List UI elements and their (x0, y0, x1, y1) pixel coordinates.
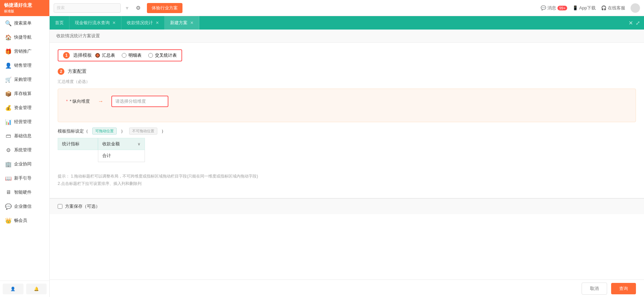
sidebar-item-label: 销售管理 (14, 62, 32, 68)
section-body: 1 选择模板 汇总表 明细表 (50, 43, 644, 198)
app-icon: 📱 (573, 5, 578, 10)
logo-name: 畅捷通好生意 (4, 2, 32, 8)
sidebar-bottom-btn1[interactable]: 👤 (3, 284, 23, 294)
tab-new-plan-close-icon[interactable]: ✕ (190, 20, 194, 25)
sidebar-item-label: 营销推广 (14, 48, 32, 54)
sidebar-item-wechat[interactable]: 💬 企业微信 (0, 199, 49, 213)
logo-sub: 标准版 (4, 9, 32, 14)
metrics-grid: 统计指标 收款金额 ∨ 合计 (58, 138, 636, 162)
radio-summary-input[interactable] (95, 53, 100, 58)
dimension-select[interactable]: 请选择分组维度 (111, 96, 168, 107)
radio-cross[interactable]: 交叉统计表 (148, 52, 177, 58)
page-content: 收款情况统计方案设置 1 选择模板 汇总表 (50, 30, 644, 280)
sidebar-item-operation[interactable]: 📊 经营管理 (0, 115, 49, 129)
tab-new-plan[interactable]: 新建方案 ✕ (165, 16, 199, 30)
tab-receivable[interactable]: 收款情况统计 ✕ (121, 16, 165, 30)
sidebar-item-guide[interactable]: 📖 新手引导 (0, 171, 49, 185)
box-icon: 📦 (5, 91, 11, 97)
tab-receivable-close-icon[interactable]: ✕ (156, 20, 159, 25)
sidebar-bottom-btn2[interactable]: 🔔 (26, 284, 47, 294)
sidebar-item-label: 基础信息 (14, 133, 32, 139)
radio-summary-label: 汇总表 (102, 52, 115, 58)
sidebar-item-base[interactable]: 🗃 基础信息 (0, 129, 49, 143)
search-placeholder: 搜索 (57, 5, 65, 11)
sidebar-item-label: 畅会员 (14, 217, 27, 224)
content-area: 收款情况统计方案设置 1 选择模板 汇总表 (50, 30, 644, 280)
sidebar-item-label: 企业微信 (14, 203, 32, 209)
sidebar-item-label: 搜索菜单 (14, 20, 32, 26)
avatar[interactable] (631, 3, 640, 13)
sidebar-item-member[interactable]: 👑 畅会员 (0, 213, 49, 228)
metrics-title: 模板指标设定（ (58, 128, 88, 134)
trial-button[interactable]: 体验行业方案 (147, 3, 182, 13)
step2-title: 方案配置 (68, 68, 87, 75)
bottom-save-row: 方案保存（可选） (50, 198, 644, 214)
radio-detail-input[interactable] (122, 53, 126, 58)
sidebar-item-hardware[interactable]: 🖥 智能硬件 (0, 185, 49, 199)
cancel-button[interactable]: 取消 (582, 283, 607, 295)
dimension-placeholder: 请选择分组维度 (115, 98, 146, 104)
file-icon: 🗃 (5, 133, 11, 139)
sidebar-item-system[interactable]: ⚙ 系统管理 (0, 143, 49, 157)
tab-home-label: 首页 (55, 20, 64, 26)
metrics-section: 模板指标设定（ 可拖动位置 ） 不可拖动位置 ） 统计指标 (58, 128, 636, 162)
radio-summary[interactable]: 汇总表 (95, 52, 115, 58)
radio-cross-label: 交叉统计表 (155, 52, 177, 58)
dim-arrow-icon: → (98, 98, 103, 104)
app-label: App下载 (579, 5, 596, 11)
radio-detail[interactable]: 明细表 (122, 52, 142, 58)
step1-badge: 1 (63, 52, 70, 59)
non-draggable-tag: 不可拖动位置 (129, 128, 157, 135)
hint-line-2: 2.点击标题栏下拉可设置排序、插入列和删除列 (58, 180, 636, 188)
sidebar-item-finance[interactable]: 💰 资金管理 (0, 101, 49, 115)
sidebar-item-label: 系统管理 (14, 147, 32, 153)
search-icon: 🔍 (5, 20, 11, 26)
step2-section: 2 方案配置 汇总维度（必选） * * 纵向维度 (58, 68, 636, 191)
chat-icon: 💬 (5, 203, 11, 209)
chart-icon: 📊 (5, 119, 11, 125)
hint-line-1: 提示： 1.拖动标题栏可以调整布局，不可跨维度或指标区域拖动栏目字段(只能在同一… (58, 173, 636, 180)
tab-bank[interactable]: 现金银行流水查询 ✕ (69, 16, 121, 30)
sidebar-item-quicknav[interactable]: 🏠 快捷导航 (0, 30, 49, 44)
monitor-icon: 🖥 (5, 189, 11, 195)
non-draggable-suffix: ） (161, 128, 166, 134)
query-button[interactable]: 查询 (611, 283, 636, 294)
message-btn[interactable]: 💬 消息 99+ (541, 5, 567, 11)
sidebar: 畅捷通好生意 标准版 🔍 搜索菜单 🏠 快捷导航 🎁 营销推广 👤 销售管理 🛒… (0, 0, 50, 297)
metrics-category-label: 统计指标 (62, 141, 79, 147)
search-bar[interactable]: 搜索 (54, 3, 121, 13)
sidebar-item-inventory[interactable]: 📦 库存核算 (0, 87, 49, 101)
dimension-area: * * 纵向维度 → 请选择分组维度 (58, 89, 636, 122)
sidebar-item-marketing[interactable]: 🎁 营销推广 (0, 44, 49, 58)
chevron-down-icon[interactable]: ∨ (138, 142, 141, 146)
radio-detail-label: 明细表 (128, 52, 142, 58)
save-checkbox[interactable] (58, 204, 62, 209)
sidebar-item-purchase[interactable]: 🛒 采购管理 (0, 72, 49, 87)
message-badge: 99+ (557, 6, 567, 10)
sidebar-item-search[interactable]: 🔍 搜索菜单 (0, 16, 49, 30)
message-icon: 💬 (541, 5, 546, 10)
tab-expand-icon[interactable]: ⤢ (636, 20, 640, 26)
dropdown-arrow-icon[interactable]: ▼ (125, 5, 129, 11)
sidebar-item-corp[interactable]: 🏢 企业协同 (0, 157, 49, 171)
tab-bank-close-icon[interactable]: ✕ (112, 20, 116, 25)
main-area: 搜索 ▼ ⚙ 体验行业方案 💬 消息 99+ 📱 App下载 🎧 在线客服 首页 (50, 0, 644, 297)
metrics-category-header[interactable]: 统计指标 (58, 138, 98, 150)
sidebar-item-label: 采购管理 (14, 77, 32, 83)
app-download-btn[interactable]: 📱 App下载 (573, 5, 596, 11)
dimension-row: * * 纵向维度 → 请选择分组维度 (66, 96, 628, 107)
tab-home[interactable]: 首页 (50, 16, 69, 30)
service-label: 在线客服 (608, 5, 625, 11)
service-btn[interactable]: 🎧 在线客服 (601, 5, 625, 11)
settings-icon[interactable]: ⚙ (133, 3, 143, 13)
hints-section: 提示： 1.拖动标题栏可以调整布局，不可跨维度或指标区域拖动栏目字段(只能在同一… (58, 169, 636, 191)
tab-close-all-icon[interactable]: ✕ (629, 20, 633, 26)
radio-cross-input[interactable] (148, 53, 153, 58)
sidebar-item-label: 企业协同 (14, 161, 32, 167)
sidebar-item-label: 经营管理 (14, 119, 32, 125)
sidebar-logo: 畅捷通好生意 标准版 (0, 0, 49, 16)
metrics-col1-header[interactable]: 收款金额 ∨ (98, 138, 145, 150)
book-icon: 📖 (5, 175, 11, 181)
dim-row-label: * * 纵向维度 (66, 98, 90, 104)
sidebar-item-sales[interactable]: 👤 销售管理 (0, 58, 49, 72)
